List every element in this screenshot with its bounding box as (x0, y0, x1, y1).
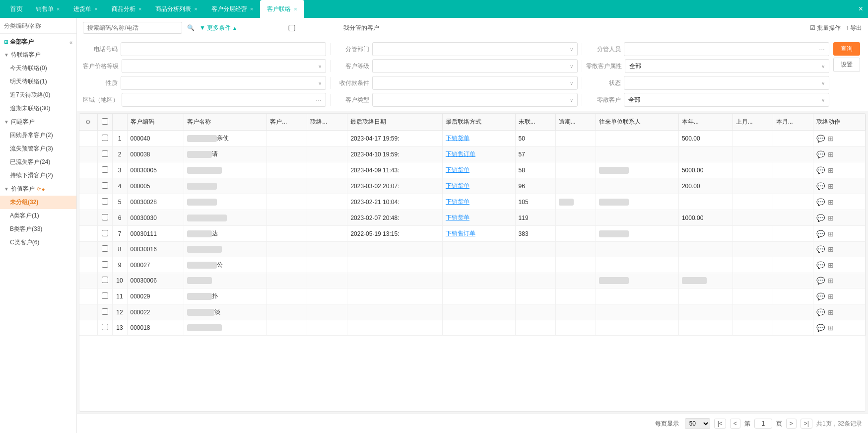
contact-method-link[interactable]: 下销售订单 (446, 150, 475, 157)
row-checkbox[interactable] (102, 135, 108, 141)
more-action-icon[interactable]: ⊞ (828, 261, 834, 269)
last-page-button[interactable]: >| (801, 419, 812, 429)
more-action-icon[interactable]: ⊞ (828, 292, 834, 300)
customer-type-select[interactable]: ∨ (372, 93, 578, 107)
sidebar-group-problem[interactable]: ▼ 问题客户 (0, 115, 76, 129)
cell-checkbox[interactable] (97, 289, 112, 304)
sidebar-item-overdue-pending[interactable]: 逾期未联络(30) (0, 102, 76, 115)
row-checkbox[interactable] (102, 214, 108, 220)
row-checkbox[interactable] (102, 324, 108, 330)
retail-attr-select[interactable]: 全部 ∨ (625, 59, 829, 73)
my-customers-checkbox[interactable] (242, 25, 341, 31)
contact-method-link[interactable]: 下销货单 (446, 135, 469, 142)
chat-icon[interactable]: 💬 (816, 150, 825, 158)
phone-input[interactable] (121, 42, 326, 56)
prev-page-button[interactable]: < (730, 419, 740, 429)
row-checkbox[interactable] (102, 292, 108, 299)
chat-icon[interactable]: 💬 (816, 324, 825, 332)
tab-sales[interactable]: 销售单 × (29, 0, 67, 18)
row-checkbox[interactable] (102, 308, 108, 315)
export-button[interactable]: ↑ 导出 (846, 24, 862, 32)
status-select[interactable]: ∨ (624, 76, 829, 90)
sidebar-item-today-pending[interactable]: 今天待联络(0) (0, 62, 76, 75)
chat-icon[interactable]: 💬 (816, 308, 825, 316)
customer-level-select[interactable]: ∨ (372, 59, 578, 73)
cell-checkbox[interactable] (97, 131, 112, 146)
page-number-input[interactable] (754, 419, 772, 429)
sidebar-item-class-c[interactable]: C类客户(6) (0, 236, 76, 249)
chat-icon[interactable]: 💬 (816, 277, 825, 285)
sidebar-item-churned[interactable]: 已流失客户(24) (0, 155, 76, 169)
more-action-icon[interactable]: ⊞ (828, 277, 834, 285)
close-icon[interactable]: × (94, 6, 97, 12)
sidebar-item-repurchase-abnormal[interactable]: 回购异常客户(2) (0, 129, 76, 142)
cell-checkbox[interactable] (97, 146, 112, 162)
chat-icon[interactable]: 💬 (816, 261, 825, 269)
row-checkbox[interactable] (102, 182, 108, 189)
sidebar-item-churn-warning[interactable]: 流失预警客户(3) (0, 142, 76, 155)
row-checkbox[interactable] (102, 261, 108, 268)
chat-icon[interactable]: 💬 (816, 230, 825, 238)
contact-method-link[interactable]: 下销货单 (446, 198, 469, 205)
sidebar-item-class-b[interactable]: B类客户(33) (0, 222, 76, 236)
more-action-icon[interactable]: ⊞ (828, 230, 834, 238)
contact-method-link[interactable]: 下销货单 (446, 182, 469, 189)
row-checkbox[interactable] (102, 150, 108, 157)
cell-checkbox[interactable] (97, 178, 112, 194)
query-button[interactable]: 查询 (833, 42, 860, 56)
sidebar-item-tomorrow-pending[interactable]: 明天待联络(1) (0, 75, 76, 88)
close-icon[interactable]: × (294, 6, 297, 12)
nature-select[interactable]: ∨ (121, 76, 326, 90)
contact-method-link[interactable]: 下销货单 (446, 214, 469, 221)
tab-product-analysis-list[interactable]: 商品分析列表 × (148, 0, 204, 18)
row-checkbox[interactable] (102, 198, 108, 205)
chat-icon[interactable]: 💬 (816, 182, 825, 190)
row-checkbox[interactable] (102, 230, 108, 236)
home-tab[interactable]: 首页 (4, 0, 29, 18)
cell-checkbox[interactable] (97, 304, 112, 320)
more-action-icon[interactable]: ⊞ (828, 166, 834, 174)
chat-icon[interactable]: 💬 (816, 135, 825, 143)
select-all-checkbox[interactable] (102, 118, 108, 125)
batch-operation-button[interactable]: ☑ 批量操作 (810, 24, 841, 32)
more-action-icon[interactable]: ⊞ (828, 182, 834, 190)
row-checkbox[interactable] (102, 245, 108, 252)
chat-icon[interactable]: 💬 (816, 245, 825, 253)
sidebar-item-7day-pending[interactable]: 近7天待联络(0) (0, 88, 76, 102)
price-level-select[interactable]: ∨ (122, 59, 326, 73)
more-action-icon[interactable]: ⊞ (828, 135, 834, 143)
tab-purchase[interactable]: 进货单 × (67, 0, 104, 18)
sidebar-search-bar[interactable]: 🔍 (0, 18, 76, 34)
more-action-icon[interactable]: ⊞ (828, 245, 834, 253)
cell-checkbox[interactable] (97, 273, 112, 289)
sidebar-group-value[interactable]: ▼ 价值客户 ⟳ ● (0, 182, 76, 196)
page-size-select[interactable]: 20 50 100 (685, 418, 710, 429)
cell-checkbox[interactable] (97, 257, 112, 273)
chat-icon[interactable]: 💬 (816, 214, 825, 222)
sidebar-item-class-a[interactable]: A类客户(1) (0, 209, 76, 222)
tab-product-analysis[interactable]: 商品分析 × (105, 0, 148, 18)
row-checkbox[interactable] (102, 166, 108, 173)
tab-customer-segment[interactable]: 客户分层经营 × (204, 0, 260, 18)
search-button[interactable]: 🔍 (187, 24, 195, 31)
sidebar-item-unclassified[interactable]: 未分组(32) (0, 196, 76, 209)
more-action-icon[interactable]: ⊞ (828, 308, 834, 316)
cell-checkbox[interactable] (97, 210, 112, 226)
close-icon[interactable]: × (250, 6, 253, 12)
close-icon[interactable]: × (194, 6, 197, 12)
sidebar-all-customers[interactable]: ⊞ 全部客户 « (0, 34, 76, 48)
cell-checkbox[interactable] (97, 320, 112, 336)
reset-button[interactable]: 设置 (833, 58, 860, 72)
more-action-icon[interactable]: ⊞ (828, 214, 834, 222)
manager-input[interactable]: ··· (624, 42, 829, 56)
close-icon[interactable]: × (138, 6, 141, 12)
chat-icon[interactable]: 💬 (816, 292, 825, 300)
contact-method-link[interactable]: 下销货单 (446, 166, 469, 173)
chat-icon[interactable]: 💬 (816, 166, 825, 174)
column-settings[interactable]: ⚙ (79, 114, 97, 131)
more-conditions-button[interactable]: ▼ 更多条件 ▲ (200, 24, 237, 32)
cell-checkbox[interactable] (97, 226, 112, 242)
cell-checkbox[interactable] (97, 242, 112, 257)
sidebar-group-pending[interactable]: ▼ 待联络客户 (0, 48, 76, 62)
tab-customer-contact[interactable]: 客户联络 × (260, 0, 304, 18)
